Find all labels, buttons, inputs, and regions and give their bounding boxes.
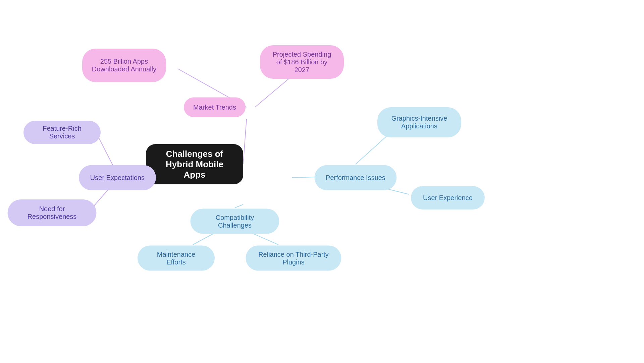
svg-line-11 bbox=[252, 233, 278, 245]
svg-line-9 bbox=[235, 204, 243, 208]
svg-line-6 bbox=[292, 177, 315, 178]
projected-spending-node: Projected Spending of $186 Billion by 20… bbox=[260, 45, 344, 79]
third-party-plugins-node: Reliance on Third-Party Plugins bbox=[246, 246, 341, 271]
graphics-intensive-node: Graphics-Intensive Applications bbox=[377, 107, 461, 137]
user-experience-node: User Experience bbox=[411, 186, 485, 209]
apps-downloaded-node: 255 Billion Apps Downloaded Annually bbox=[82, 49, 166, 82]
center-node: Challenges of Hybrid Mobile Apps bbox=[146, 144, 243, 184]
svg-line-7 bbox=[356, 132, 391, 164]
compatibility-challenges-node: Compatibility Challenges bbox=[191, 209, 279, 234]
need-responsiveness-node: Need for Responsiveness bbox=[8, 199, 97, 226]
market-trends-node: Market Trends bbox=[184, 98, 246, 117]
user-expectations-node: User Expectations bbox=[79, 165, 156, 190]
feature-rich-node: Feature-Rich Services bbox=[23, 121, 101, 144]
svg-line-0 bbox=[243, 119, 247, 164]
maintenance-efforts-node: Maintenance Efforts bbox=[138, 246, 215, 271]
performance-issues-node: Performance Issues bbox=[315, 165, 397, 190]
svg-line-10 bbox=[193, 233, 215, 245]
